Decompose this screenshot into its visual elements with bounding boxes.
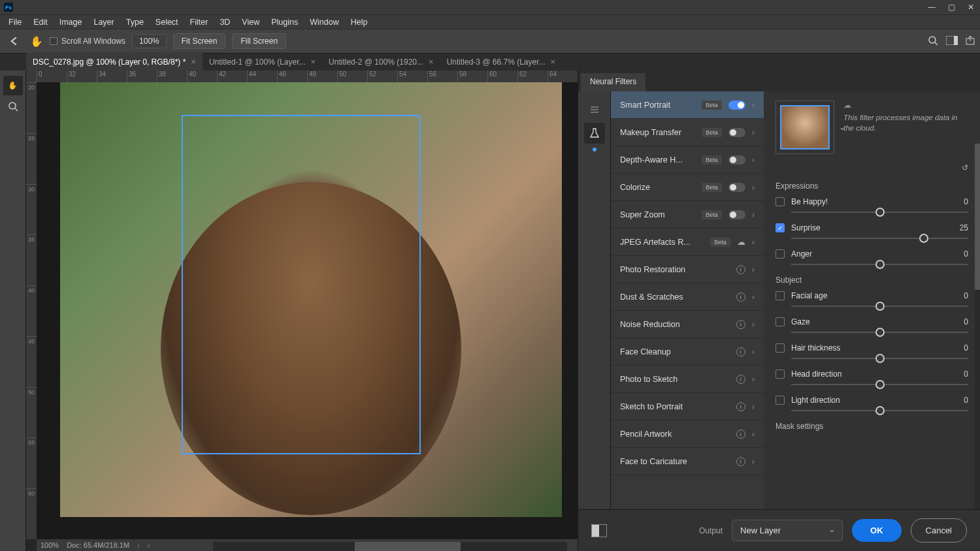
close-button[interactable]: ✕ — [966, 2, 976, 12]
panel-tab[interactable]: Neural Filters — [581, 73, 645, 91]
filter-row[interactable]: Face Cleanupi› — [611, 338, 764, 366]
document-tab[interactable]: DSC_0278.jpg @ 100% (Layer 0, RGB/8*) *× — [26, 52, 203, 71]
info-icon[interactable]: i — [736, 430, 745, 439]
hand-tool-icon[interactable]: ✋ — [30, 35, 43, 48]
slider-track[interactable] — [791, 332, 968, 333]
menu-layer[interactable]: Layer — [88, 18, 120, 27]
zoom-tool[interactable] — [3, 97, 23, 116]
menu-3d[interactable]: 3D — [214, 18, 236, 27]
filter-row[interactable]: JPEG Artefacts R...Beta☁› — [611, 228, 764, 256]
slider-track[interactable] — [791, 238, 968, 239]
filter-toggle[interactable] — [728, 101, 745, 110]
share-icon[interactable] — [966, 36, 975, 47]
document-tab[interactable]: Untitled-3 @ 66.7% (Layer...× — [440, 52, 563, 71]
filter-toggle[interactable] — [728, 128, 745, 137]
status-chevron-icon[interactable]: › — [137, 541, 140, 549]
slider-track[interactable] — [791, 358, 968, 359]
document-tab[interactable]: Untitled-2 @ 100% (1920...× — [322, 52, 440, 71]
slider-checkbox[interactable] — [776, 197, 785, 206]
slider-checkbox[interactable] — [776, 370, 785, 379]
filter-row[interactable]: Depth-Aware H...Beta› — [611, 146, 764, 174]
filter-row[interactable]: Smart PortraitBeta› — [611, 91, 764, 119]
slider-checkbox[interactable] — [776, 291, 785, 300]
info-icon[interactable]: i — [736, 292, 745, 302]
zoom-select[interactable]: 100% — [132, 34, 167, 48]
preview-toggle-icon[interactable] — [591, 524, 607, 537]
filters-beta-icon[interactable] — [584, 123, 605, 144]
face-selector[interactable]: ⌄ — [776, 101, 834, 154]
reset-icon[interactable]: ↺ — [962, 163, 968, 172]
info-icon[interactable]: i — [736, 375, 745, 384]
menu-edit[interactable]: Edit — [27, 18, 54, 27]
slider-checkbox[interactable] — [776, 343, 785, 353]
info-icon[interactable]: i — [736, 265, 745, 274]
slider-thumb[interactable] — [875, 260, 885, 269]
back-button[interactable] — [5, 33, 24, 49]
scroll-left-icon[interactable]: ‹ — [148, 541, 150, 549]
horizontal-scrollbar[interactable] — [213, 542, 567, 551]
slider-thumb[interactable] — [875, 208, 885, 217]
fill-screen-button[interactable]: Fill Screen — [232, 33, 286, 49]
menu-filter[interactable]: Filter — [184, 18, 214, 27]
close-icon[interactable]: × — [311, 57, 316, 67]
filter-row[interactable]: Pencil Artworki› — [611, 420, 764, 448]
filter-row[interactable]: Dust & Scratchesi› — [611, 283, 764, 311]
menu-window[interactable]: Window — [304, 18, 344, 27]
slider-thumb[interactable] — [875, 302, 885, 311]
slider-thumb[interactable] — [875, 354, 885, 363]
minimize-button[interactable]: — — [926, 2, 937, 12]
slider-track[interactable] — [791, 410, 968, 411]
slider-track[interactable] — [791, 306, 968, 307]
close-icon[interactable]: × — [429, 57, 434, 67]
ok-button[interactable]: OK — [852, 519, 902, 542]
info-icon[interactable]: i — [736, 402, 745, 411]
menu-help[interactable]: Help — [345, 18, 374, 27]
search-icon[interactable] — [928, 35, 938, 48]
filters-featured-icon[interactable] — [584, 99, 605, 120]
canvas-viewport[interactable] — [37, 82, 578, 539]
slider-thumb[interactable] — [875, 328, 885, 337]
fit-screen-button[interactable]: Fit Screen — [173, 33, 226, 49]
menu-view[interactable]: View — [236, 18, 265, 27]
info-icon[interactable]: i — [736, 457, 745, 466]
face-detection-box[interactable] — [182, 115, 421, 454]
close-icon[interactable]: × — [191, 57, 196, 67]
cloud-download-icon[interactable]: ☁ — [737, 237, 745, 247]
filter-row[interactable]: Face to Caricaturei› — [611, 448, 764, 475]
slider-thumb[interactable] — [875, 380, 885, 389]
filter-row[interactable]: Photo Restorationi› — [611, 256, 764, 283]
menu-file[interactable]: File — [3, 18, 27, 27]
slider-thumb[interactable] — [875, 406, 885, 415]
hand-tool[interactable]: ✋ — [3, 76, 23, 95]
maximize-button[interactable]: ▢ — [946, 2, 956, 12]
slider-track[interactable] — [791, 264, 968, 265]
filter-toggle[interactable] — [728, 210, 745, 219]
menu-plugins[interactable]: Plugins — [265, 18, 304, 27]
filter-row[interactable]: Makeup TransferBeta› — [611, 119, 764, 146]
slider-checkbox[interactable]: ✓ — [776, 223, 785, 232]
slider-thumb[interactable] — [919, 234, 928, 243]
filter-row[interactable]: Sketch to Portraiti› — [611, 393, 764, 420]
workspace-icon[interactable] — [946, 36, 958, 47]
filter-toggle[interactable] — [728, 155, 745, 165]
info-icon[interactable]: i — [736, 347, 745, 356]
output-select[interactable]: New Layer — [732, 520, 843, 541]
document-tab[interactable]: Untitled-1 @ 100% (Layer...× — [203, 52, 322, 71]
filter-row[interactable]: Super ZoomBeta› — [611, 201, 764, 228]
cancel-button[interactable]: Cancel — [911, 518, 967, 543]
slider-track[interactable] — [791, 212, 968, 213]
filter-row[interactable]: Noise Reductioni› — [611, 311, 764, 338]
menu-image[interactable]: Image — [54, 18, 88, 27]
slider-checkbox[interactable] — [776, 317, 785, 326]
menu-select[interactable]: Select — [150, 18, 184, 27]
menu-type[interactable]: Type — [120, 18, 150, 27]
filter-row[interactable]: Photo to Sketchi› — [611, 366, 764, 393]
settings-scrollbar[interactable] — [975, 144, 980, 509]
filter-toggle[interactable] — [728, 183, 745, 192]
scroll-all-checkbox[interactable] — [50, 37, 57, 45]
slider-checkbox[interactable] — [776, 249, 785, 259]
info-icon[interactable]: i — [736, 320, 745, 329]
filter-row[interactable]: ColorizeBeta› — [611, 174, 764, 201]
slider-track[interactable] — [791, 384, 968, 385]
close-icon[interactable]: × — [551, 57, 556, 67]
